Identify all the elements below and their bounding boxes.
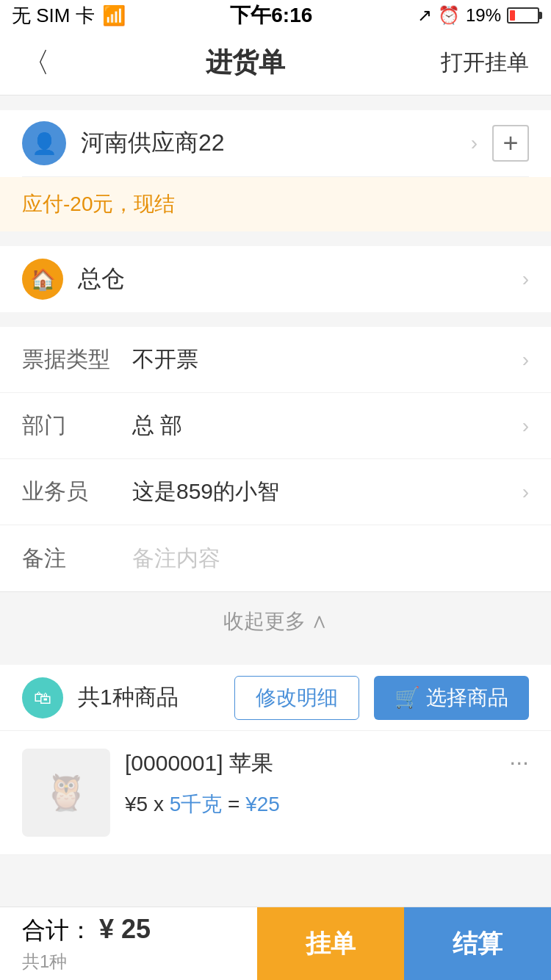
page-title: 进货单 <box>206 45 285 81</box>
warehouse-row[interactable]: 🏠 总仓 › <box>0 246 551 312</box>
form-row-invoice[interactable]: 票据类型 不开票 › <box>0 327 551 393</box>
checkout-button[interactable]: 结算 <box>404 907 551 981</box>
warehouse-icon: 🏠 <box>22 259 63 300</box>
supplier-chevron-icon: › <box>471 131 478 155</box>
battery-percent: 19% <box>466 5 501 26</box>
alarm-icon: ⏰ <box>438 5 460 26</box>
product-placeholder-icon: 🦉 <box>37 763 96 822</box>
wifi-icon: 📶 <box>102 4 126 27</box>
open-pending-button[interactable]: 打开挂单 <box>441 48 529 78</box>
product-thumbnail: 🦉 <box>22 749 110 837</box>
status-left: 无 SIM 卡 📶 <box>12 3 126 29</box>
warehouse-section: 🏠 总仓 › <box>0 246 551 312</box>
location-icon: ↗ <box>417 5 432 26</box>
total-label: 合计： <box>22 917 93 943</box>
carrier-label: 无 SIM 卡 <box>12 3 95 29</box>
select-icon: 🛒 <box>395 685 420 710</box>
dept-label: 部门 <box>22 411 125 441</box>
battery-icon <box>507 7 539 24</box>
collapse-toggle[interactable]: 收起更多 ∧ <box>0 591 551 650</box>
product-total: ¥25 <box>245 793 280 815</box>
more-icon: ··· <box>509 749 529 776</box>
back-button[interactable]: 〈 <box>22 44 50 82</box>
dept-chevron-icon: › <box>522 414 529 438</box>
gap-1 <box>0 96 551 110</box>
product-info: [0000001] 苹果 ¥5 x 5千克 = ¥25 <box>125 749 494 818</box>
invoice-label: 票据类型 <box>22 345 125 375</box>
more-options-button[interactable]: ··· <box>509 749 529 776</box>
form-row-remark[interactable]: 备注 备注内容 <box>0 525 551 591</box>
edit-detail-button[interactable]: 修改明细 <box>234 676 359 720</box>
pending-button[interactable]: 挂单 <box>257 907 404 981</box>
invoice-value: 不开票 <box>132 345 522 375</box>
avatar-icon: 👤 <box>32 131 57 156</box>
dept-value: 总 部 <box>132 411 522 441</box>
product-title: 苹果 <box>229 751 273 775</box>
time-display: 下午6:16 <box>230 1 312 29</box>
collapse-label: 收起更多 ∧ <box>223 608 328 635</box>
status-right: ↗ ⏰ 19% <box>417 5 539 26</box>
add-icon: + <box>503 128 518 159</box>
form-row-salesperson[interactable]: 业务员 这是859的小智 › <box>0 459 551 525</box>
product-code: [0000001] <box>125 751 223 775</box>
bottom-bar: 合计： ¥ 25 共1种 挂单 结算 <box>0 907 551 980</box>
remark-input[interactable]: 备注内容 <box>132 544 529 574</box>
gap-3 <box>0 312 551 327</box>
supplier-avatar: 👤 <box>22 121 66 165</box>
form-section: 票据类型 不开票 › 部门 总 部 › 业务员 这是859的小智 › 备注 备注… <box>0 327 551 591</box>
warehouse-chevron-icon: › <box>522 267 529 291</box>
product-icon: 🛍 <box>22 677 63 718</box>
product-count: 共1种商品 <box>78 682 220 713</box>
salesperson-value: 这是859的小智 <box>132 477 522 507</box>
salesperson-label: 业务员 <box>22 477 125 507</box>
invoice-chevron-icon: › <box>522 348 529 372</box>
warehouse-name: 总仓 <box>78 263 522 295</box>
gap-4 <box>0 650 551 665</box>
total-count: 共1种 <box>22 950 235 973</box>
notice-text: 应付-20元，现结 <box>22 192 175 215</box>
status-bar: 无 SIM 卡 📶 下午6:16 ↗ ⏰ 19% <box>0 0 551 31</box>
remark-label: 备注 <box>22 544 125 574</box>
product-item: 🦉 [0000001] 苹果 ¥5 x 5千克 = ¥25 ··· <box>0 731 551 855</box>
cart-icon: 🛍 <box>34 688 51 708</box>
nav-bar: 〈 进货单 打开挂单 <box>0 31 551 96</box>
select-btn-label: 选择商品 <box>426 684 508 712</box>
salesperson-chevron-icon: › <box>522 480 529 504</box>
form-row-dept[interactable]: 部门 总 部 › <box>0 393 551 459</box>
add-supplier-button[interactable]: + <box>492 125 529 162</box>
total-row: 合计： ¥ 25 <box>22 914 235 947</box>
select-product-button[interactable]: 🛒 选择商品 <box>374 676 529 720</box>
notice-bar: 应付-20元，现结 <box>0 177 551 231</box>
supplier-section: 👤 河南供应商22 › + 应付-20元，现结 <box>0 110 551 231</box>
product-qty: 5千克 <box>170 793 223 815</box>
supplier-row[interactable]: 👤 河南供应商22 › + <box>0 110 551 176</box>
product-name: [0000001] 苹果 <box>125 749 494 779</box>
total-section: 合计： ¥ 25 共1种 <box>0 914 257 973</box>
product-price: ¥5 x 5千克 = ¥25 <box>125 790 494 818</box>
product-header: 🛍 共1种商品 修改明细 🛒 选择商品 <box>0 665 551 731</box>
gap-2 <box>0 231 551 246</box>
product-section: 🛍 共1种商品 修改明细 🛒 选择商品 🦉 [0000001] 苹果 ¥5 x … <box>0 665 551 855</box>
price-per-unit: ¥5 <box>125 793 148 815</box>
total-amount: ¥ 25 <box>99 914 151 944</box>
supplier-name: 河南供应商22 <box>81 127 471 159</box>
